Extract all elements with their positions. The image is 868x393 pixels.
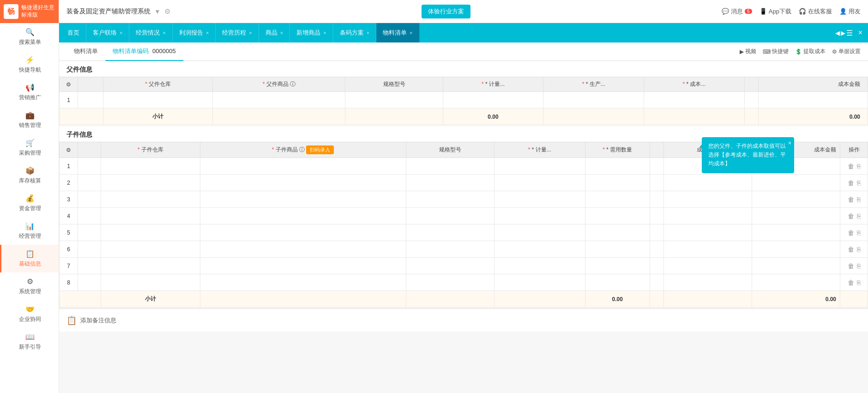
child-row5-unit[interactable] — [494, 224, 585, 241]
child-row3-goods[interactable] — [200, 191, 406, 208]
tab-barcode[interactable]: 条码方案 × — [333, 23, 376, 42]
child-row5-goods[interactable] — [200, 224, 406, 241]
child-row4-copy-icon[interactable]: ⎘ — [857, 212, 861, 220]
child-row8-copy-icon[interactable]: ⎘ — [857, 279, 861, 286]
sub-tab-code[interactable]: 物料清单编码 0000005 — [105, 42, 183, 61]
child-row7-qty[interactable] — [585, 258, 650, 274]
child-row3-copy-icon[interactable]: ⎘ — [857, 196, 861, 203]
child-row6-warehouse[interactable] — [101, 241, 200, 258]
child-row1-copy-icon[interactable]: ⎘ — [857, 163, 861, 170]
online-service-button[interactable]: 🎧 在线客服 — [799, 7, 832, 16]
settings-icon[interactable]: ⚙ — [164, 7, 170, 16]
sidebar-item-basic[interactable]: 📋 基础信息 — [0, 245, 59, 272]
message-button[interactable]: 💬 消息 6 — [722, 7, 752, 16]
child-row8-goods[interactable] — [200, 274, 406, 291]
document-settings-button[interactable]: ⚙ 单据设置 — [832, 48, 861, 55]
child-row3-spec[interactable] — [406, 191, 494, 208]
child-th-settings[interactable]: ⚙ — [60, 142, 78, 158]
child-row6-qty[interactable] — [585, 241, 650, 258]
child-row8-warehouse[interactable] — [101, 274, 200, 291]
tab-history[interactable]: 经营历程 × — [216, 23, 259, 42]
child-row6-unit[interactable] — [494, 241, 585, 258]
child-row4-unit-cost[interactable] — [663, 208, 752, 224]
child-row8-unit-cost[interactable] — [663, 274, 752, 291]
child-row6-unit-cost[interactable] — [663, 241, 752, 258]
parent-th-settings[interactable]: ⚙ — [60, 77, 78, 92]
child-row5-unit-cost[interactable] — [663, 224, 752, 241]
child-row7-copy-icon[interactable]: ⎘ — [857, 262, 861, 270]
child-row6-goods[interactable] — [200, 241, 406, 258]
child-row3-qty[interactable] — [585, 191, 650, 208]
tab-home[interactable]: 首页 — [61, 23, 86, 42]
child-row3-unit-cost[interactable] — [663, 191, 752, 208]
child-row3-delete-icon[interactable]: 🗑 — [848, 196, 854, 203]
sidebar-item-search[interactable]: 🔍 搜索菜单 — [0, 23, 59, 51]
child-row7-spec[interactable] — [406, 258, 494, 274]
child-row2-warehouse[interactable] — [101, 175, 200, 191]
child-row6-spec[interactable] — [406, 241, 494, 258]
tab-newgoods[interactable]: 新增商品 × — [290, 23, 333, 42]
child-row4-unit[interactable] — [494, 208, 585, 224]
sidebar-item-finance[interactable]: 💰 资金管理 — [0, 189, 59, 217]
sidebar-item-sales[interactable]: 💼 销售管理 — [0, 106, 59, 134]
child-row5-qty[interactable] — [585, 224, 650, 241]
trial-button[interactable]: 体验行业方案 — [422, 5, 470, 18]
nav-left-arrow[interactable]: ◀ — [835, 30, 840, 36]
parent-row1-spec[interactable] — [345, 92, 443, 109]
child-row7-delete-icon[interactable]: 🗑 — [848, 262, 854, 270]
child-row1-spec[interactable] — [406, 158, 494, 175]
child-row2-unit-cost[interactable] — [663, 175, 752, 191]
nav-right-arrow[interactable]: ▶ — [841, 30, 845, 36]
view-video-button[interactable]: ▶ 视频 — [740, 48, 756, 55]
sidebar-item-operations[interactable]: 📊 经营管理 — [0, 217, 59, 245]
child-row4-spec[interactable] — [406, 208, 494, 224]
child-row4-warehouse[interactable] — [101, 208, 200, 224]
tab-bom[interactable]: 物料清单 × — [376, 23, 419, 42]
parent-row1-goods[interactable] — [213, 92, 345, 109]
parent-row1-warehouse[interactable] — [103, 92, 213, 109]
child-row7-goods[interactable] — [200, 258, 406, 274]
parent-row1-cost[interactable] — [644, 92, 745, 109]
child-row8-delete-icon[interactable]: 🗑 — [848, 279, 854, 286]
extract-cost-button[interactable]: 💲 提取成本 — [795, 48, 826, 55]
tab-bom-close[interactable]: × — [410, 30, 412, 36]
child-row7-warehouse[interactable] — [101, 258, 200, 274]
tab-customers[interactable]: 客户联络 × — [86, 23, 129, 42]
child-row5-warehouse[interactable] — [101, 224, 200, 241]
sidebar-item-inventory[interactable]: 📦 库存核算 — [0, 162, 59, 189]
tab-customers-close[interactable]: × — [120, 30, 122, 36]
sub-tab-list[interactable]: 物料清单 — [66, 42, 105, 61]
sidebar-item-quicknav[interactable]: ⚡ 快捷导航 — [0, 51, 59, 79]
tooltip-close-button[interactable]: × — [788, 139, 791, 148]
sidebar-item-marketing[interactable]: 📢 营销推广 — [0, 79, 59, 106]
child-row2-delete-icon[interactable]: 🗑 — [848, 179, 854, 187]
dropdown-icon[interactable]: ▼ — [154, 8, 161, 15]
tab-history-close[interactable]: × — [249, 30, 252, 36]
child-row5-copy-icon[interactable]: ⎘ — [857, 229, 861, 236]
child-row5-delete-icon[interactable]: 🗑 — [848, 229, 854, 236]
sidebar-item-guide[interactable]: 📖 新手引导 — [0, 328, 59, 356]
scan-input-button[interactable]: 扫码录入 — [306, 145, 334, 154]
child-row2-spec[interactable] — [406, 175, 494, 191]
child-row2-qty[interactable] — [585, 175, 650, 191]
tab-operations[interactable]: 经营情况 × — [129, 23, 172, 42]
close-all-tabs[interactable]: × — [855, 29, 866, 37]
child-row6-delete-icon[interactable]: 🗑 — [848, 246, 854, 253]
child-row8-unit[interactable] — [494, 274, 585, 291]
tab-barcode-close[interactable]: × — [367, 30, 369, 36]
tab-newgoods-close[interactable]: × — [323, 30, 326, 36]
note-icon[interactable]: 📋 — [66, 315, 77, 326]
child-row4-delete-icon[interactable]: 🗑 — [848, 212, 854, 220]
parent-row1-unit[interactable] — [443, 92, 543, 109]
child-row1-delete-icon[interactable]: 🗑 — [848, 163, 854, 170]
child-row4-qty[interactable] — [585, 208, 650, 224]
child-row1-warehouse[interactable] — [101, 158, 200, 175]
child-row1-qty[interactable] — [585, 158, 650, 175]
tab-goods[interactable]: 商品 × — [259, 23, 290, 42]
sidebar-item-system[interactable]: ⚙ 系统管理 — [0, 272, 59, 300]
user-button[interactable]: 👤 用友 — [839, 7, 861, 16]
tab-operations-close[interactable]: × — [163, 30, 165, 36]
tab-goods-close[interactable]: × — [280, 30, 283, 36]
child-row2-unit[interactable] — [494, 175, 585, 191]
child-row2-copy-icon[interactable]: ⎘ — [857, 179, 861, 187]
